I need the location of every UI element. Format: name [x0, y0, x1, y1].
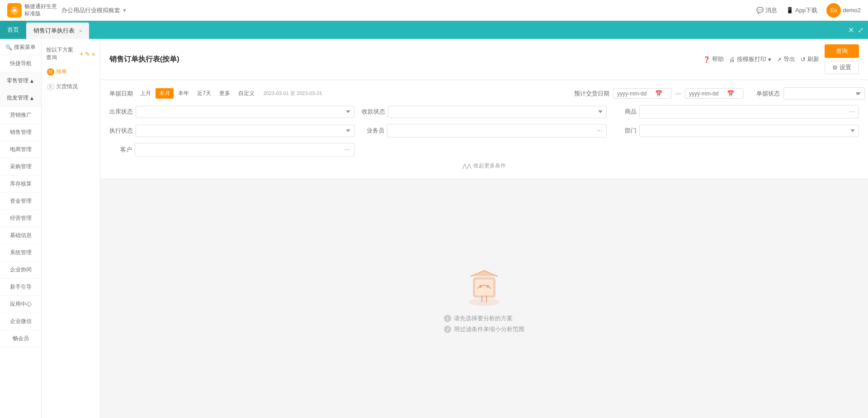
- date-tab-7days[interactable]: 近7天: [193, 88, 215, 99]
- expected-date-group: 预计交货日期 📅 — 📅: [574, 88, 744, 99]
- sidebar-search[interactable]: 🔍 搜索菜单: [0, 39, 41, 55]
- tab-bar-actions: ✕ ⤢: [848, 26, 868, 34]
- goods-label: 商品: [614, 108, 637, 116]
- scheme-item-shortage[interactable]: 欠 欠货情况: [42, 79, 100, 94]
- date-tab-prev-month[interactable]: 上月: [137, 88, 155, 99]
- execution-status-group: 执行状态: [109, 124, 354, 138]
- sidebar-item-member[interactable]: 畅会员: [0, 330, 41, 347]
- collapse-panel-button[interactable]: «: [92, 50, 95, 57]
- payment-status-group: 收款状态: [362, 105, 607, 119]
- date-tab-current-year[interactable]: 本年: [175, 88, 193, 99]
- date-label: 单据日期: [109, 90, 133, 98]
- sidebar-item-operations[interactable]: 经营管理: [0, 210, 41, 227]
- export-button[interactable]: ↗ 导出: [777, 55, 795, 63]
- sidebar-item-system[interactable]: 系统管理: [0, 244, 41, 261]
- sidebar-item-marketing[interactable]: 营销推广: [0, 107, 41, 124]
- edit-scheme-button[interactable]: ✎: [85, 51, 90, 57]
- sidebar: 🔍 搜索菜单 快捷导航 零售管理 ▲ 批发管理 ▲ 营销推广 销售管理 电商管理…: [0, 39, 42, 418]
- department-label: 部门: [614, 127, 637, 135]
- goods-more-icon[interactable]: ···: [849, 108, 855, 116]
- expected-date-end[interactable]: 📅: [685, 88, 744, 99]
- date-tab-current-month[interactable]: 本月: [156, 88, 174, 99]
- sidebar-item-quick-nav[interactable]: 快捷导航: [0, 55, 41, 72]
- salesperson-more-icon[interactable]: ···: [597, 127, 603, 135]
- customer-more-icon[interactable]: ···: [344, 146, 350, 154]
- sidebar-item-inventory[interactable]: 库存核算: [0, 176, 41, 193]
- date-filter-group: 单据日期 上月 本月 本年 近7天 更多 自定义 2023-03-01 至 20…: [109, 88, 322, 99]
- tab-expand-button[interactable]: ⤢: [858, 26, 863, 34]
- tab-bar: 首页 销售订单执行表 × ✕ ⤢: [0, 21, 868, 39]
- sidebar-item-purchase[interactable]: 采购管理: [0, 158, 41, 176]
- delivery-status-select[interactable]: [136, 106, 354, 118]
- hint-num-1: 1: [444, 315, 451, 322]
- expected-date-start[interactable]: 📅: [613, 88, 672, 99]
- date-tabs: 上月 本月 本年 近7天 更多 自定义: [137, 88, 258, 99]
- filter-row-3: 执行状态 业务员 ··· 部门: [109, 124, 859, 138]
- page-header: 销售订单执行表(按单) ❓ 帮助 🖨 按模板打印 ▾ ↗: [100, 39, 868, 80]
- tab-active[interactable]: 销售订单执行表 ×: [26, 23, 89, 39]
- customer-group: 客户 ···: [109, 143, 354, 157]
- sidebar-item-app-center[interactable]: 应用中心: [0, 296, 41, 313]
- logo-text: 畅捷通好生意 标准版: [24, 3, 57, 17]
- print-icon: 🖨: [729, 56, 735, 63]
- goods-input[interactable]: ···: [639, 105, 859, 119]
- collapse-filter-button[interactable]: ⋀⋀ 收起更多条件: [109, 158, 859, 171]
- expected-date-end-input[interactable]: [689, 90, 725, 97]
- date-tab-custom[interactable]: 自定义: [235, 88, 258, 99]
- sidebar-item-basic-info[interactable]: 基础信息: [0, 227, 41, 244]
- sidebar-item-sales[interactable]: 销售管理: [0, 124, 41, 141]
- sidebar-item-enterprise-collab[interactable]: 企业协同: [0, 261, 41, 279]
- empty-state: 1 请先选择要分析的方案 2 用过滤条件来缩小分析范围: [100, 179, 868, 418]
- scheme-item-by-order[interactable]: 按 按单: [42, 64, 100, 79]
- breadcrumb-arrow-icon: ▾: [123, 7, 126, 14]
- header-left: 畅捷通好生意 标准版 办公用品行业模拟账套 ▾: [7, 3, 126, 18]
- execution-status-select[interactable]: [136, 125, 354, 137]
- search-icon: 🔍: [5, 44, 12, 51]
- app-download-button[interactable]: 📱 App下载: [786, 6, 817, 14]
- delivery-status-label: 出库状态: [109, 108, 133, 116]
- sidebar-item-new-user[interactable]: 新手引导: [0, 279, 41, 296]
- filter-area: 单据日期 上月 本月 本年 近7天 更多 自定义 2023-03-01 至 20…: [100, 80, 868, 179]
- left-panel-icons: + ✎ «: [80, 50, 95, 57]
- add-scheme-button[interactable]: +: [80, 50, 83, 57]
- tab-close-icon[interactable]: ×: [79, 28, 82, 33]
- doc-status-select[interactable]: [783, 87, 865, 100]
- help-icon: ❓: [703, 56, 710, 63]
- expected-date-label: 预计交货日期: [574, 90, 609, 98]
- avatar: Ea: [826, 3, 841, 18]
- sidebar-item-ecommerce[interactable]: 电商管理: [0, 141, 41, 158]
- query-button[interactable]: 查询: [825, 44, 859, 58]
- main-layout: 🔍 搜索菜单 快捷导航 零售管理 ▲ 批发管理 ▲ 营销推广 销售管理 电商管理…: [0, 39, 868, 418]
- payment-status-label: 收款状态: [362, 108, 385, 116]
- settings-button[interactable]: ⚙ 设置: [825, 61, 859, 74]
- left-panel-header: 按以下方案查询 + ✎ «: [42, 43, 100, 64]
- content-inner: 按以下方案查询 + ✎ « 按 按单 欠 欠货情况: [42, 39, 868, 418]
- message-icon: 💬: [756, 7, 764, 14]
- active-scheme-dot: 按: [47, 68, 54, 76]
- sidebar-item-wechat[interactable]: 企业微信: [0, 313, 41, 330]
- message-button[interactable]: 💬 消息: [756, 6, 777, 14]
- sidebar-item-finance[interactable]: 资金管理: [0, 193, 41, 210]
- user-menu[interactable]: Ea demo2: [826, 3, 861, 18]
- department-select[interactable]: [639, 125, 859, 137]
- date-tab-more[interactable]: 更多: [216, 88, 234, 99]
- date-separator: —: [675, 90, 681, 97]
- delivery-status-group: 出库状态: [109, 105, 354, 119]
- execution-status-label: 执行状态: [109, 127, 133, 135]
- salesperson-group: 业务员 ···: [362, 124, 607, 138]
- svg-point-4: [479, 285, 482, 288]
- main-panel: 销售订单执行表(按单) ❓ 帮助 🖨 按模板打印 ▾ ↗: [100, 39, 868, 418]
- expected-date-start-input[interactable]: [617, 90, 653, 97]
- sidebar-item-wholesale[interactable]: 批发管理 ▲: [0, 90, 41, 107]
- customer-input[interactable]: ···: [135, 143, 354, 157]
- tab-close-button[interactable]: ✕: [848, 26, 854, 34]
- salesperson-input[interactable]: ···: [387, 124, 607, 138]
- help-button[interactable]: ❓ 帮助: [703, 55, 724, 63]
- refresh-button[interactable]: ↺ 刷新: [801, 55, 819, 63]
- hint-num-2: 2: [444, 326, 451, 333]
- breadcrumb[interactable]: 办公用品行业模拟账套 ▾: [61, 6, 126, 14]
- payment-status-select[interactable]: [388, 106, 607, 118]
- sidebar-item-retail[interactable]: 零售管理 ▲: [0, 72, 41, 90]
- tab-home[interactable]: 首页: [0, 21, 26, 39]
- print-button[interactable]: 🖨 按模板打印 ▾: [729, 55, 771, 63]
